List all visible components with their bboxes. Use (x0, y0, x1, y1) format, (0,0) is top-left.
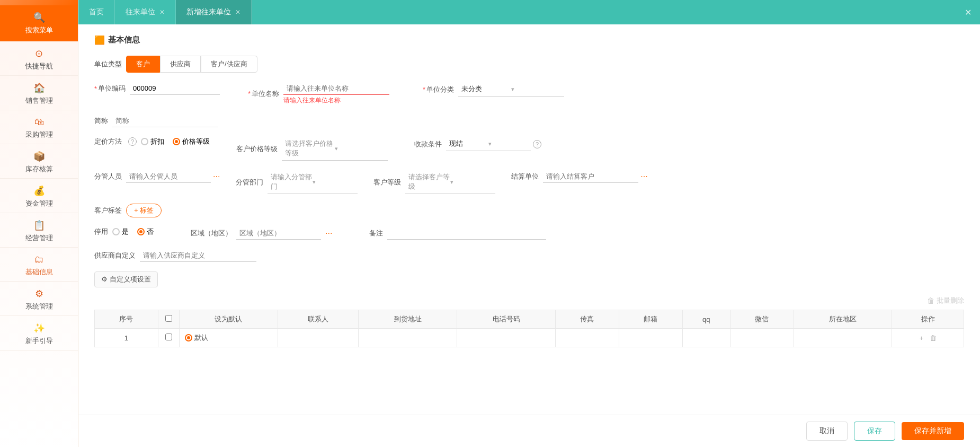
pricing-method-field: 定价方法 ? 折扣 价格等级 (94, 137, 210, 146)
settlement-unit-input[interactable] (543, 170, 638, 183)
unit-name-input-wrapper: 请输入往来单位名称 (283, 82, 389, 105)
unit-name-error: 请输入往来单位名称 (283, 96, 389, 105)
manager-field: 分管人员 ··· (94, 170, 220, 183)
table-header: 序号 设为默认 联系人 到货地址 电话号码 传真 邮箱 qq 微信 所在地区 操… (95, 310, 964, 329)
sidebar-item-quick-nav[interactable]: ⊙ 快捷导航 (0, 41, 78, 76)
manager-more-btn[interactable]: ··· (213, 172, 220, 181)
tab-partners-close[interactable]: ✕ (159, 8, 165, 16)
remark-field: 备注 (369, 227, 546, 240)
row-delete-btn[interactable]: 🗑 (930, 334, 937, 342)
operations-icon: 📋 (33, 220, 45, 231)
sidebar-item-system[interactable]: ⚙ 系统管理 (0, 282, 78, 316)
quick-nav-icon: ⊙ (35, 48, 43, 59)
search-icon: 🔍 (33, 12, 45, 23)
close-all-button[interactable]: ✕ (956, 7, 980, 17)
sidebar-item-basics[interactable]: 🗂 基础信息 (0, 248, 78, 282)
sidebar-item-operations[interactable]: 📋 经营管理 (0, 213, 78, 248)
abbr-input[interactable] (112, 115, 218, 127)
unit-name-field: * 单位名称 请输入往来单位名称 (248, 82, 407, 105)
region-more-btn[interactable]: ··· (325, 229, 332, 238)
main-content: 首页 往来单位 ✕ 新增往来单位 ✕ ✕ 🟧 基本信息 单位类型 客户 供应商 (78, 0, 980, 447)
batch-delete-label[interactable]: 批量删除 (937, 296, 964, 305)
payment-term-value: 现结 (449, 139, 488, 148)
customer-level-placeholder: 请选择客户等级 (408, 172, 450, 191)
disabled-yes[interactable]: 是 (112, 227, 129, 236)
tab-partners[interactable]: 往来单位 ✕ (115, 0, 176, 24)
unit-name-input[interactable] (283, 82, 389, 95)
row-wechat (730, 329, 794, 347)
pricing-row: 定价方法 ? 折扣 价格等级 客户价格等级 (94, 137, 964, 161)
col-qq: qq (682, 310, 730, 329)
type-btn-both[interactable]: 客户/供应商 (201, 56, 257, 73)
customer-level-label: 客户等级 (373, 178, 401, 187)
type-btn-customer[interactable]: 客户 (126, 56, 160, 73)
settlement-unit-more-btn[interactable]: ··· (640, 172, 647, 181)
section-icon: 🟧 (94, 35, 105, 45)
pricing-method-price-level[interactable]: 价格等级 (173, 137, 210, 146)
region-input[interactable] (236, 227, 321, 240)
payment-term-chevron: ▾ (488, 141, 528, 147)
unit-code-field: * 单位编码 (94, 82, 232, 95)
sidebar-new-guide-label: 新手引导 (25, 336, 53, 346)
customer-price-level-select[interactable]: 请选择客户价格等级 ▾ (282, 137, 388, 161)
disabled-radio-group: 是 否 (112, 227, 154, 236)
unit-type-row: 单位类型 客户 供应商 客户/供应商 (94, 56, 964, 73)
sidebar-item-sales[interactable]: 🏠 销售管理 (0, 76, 78, 110)
tab-new-partner[interactable]: 新增往来单位 ✕ (176, 0, 252, 24)
sidebar-system-label: 系统管理 (25, 302, 53, 311)
finance-icon: 💰 (33, 185, 45, 197)
unit-category-select[interactable]: 未分类 ▾ (458, 82, 564, 97)
department-select[interactable]: 请输入分管部门 ▾ (268, 170, 358, 194)
save-button[interactable]: 保存 (854, 422, 895, 441)
col-region: 所在地区 (794, 310, 892, 329)
manager-row: 分管人员 ··· 分管部门 请输入分管部门 ▾ 客户等级 请选择客户等级 ▾ 结… (94, 170, 964, 194)
col-address: 到货地址 (359, 310, 457, 329)
system-icon: ⚙ (35, 288, 43, 300)
select-all-checkbox[interactable] (165, 315, 172, 322)
col-fax: 传真 (556, 310, 619, 329)
sidebar-item-search[interactable]: 🔍 搜索菜单 (0, 5, 78, 41)
unit-name-required: * (248, 90, 251, 98)
row-add-btn[interactable]: + (920, 334, 924, 342)
sidebar-item-inventory[interactable]: 📦 库存核算 (0, 144, 78, 179)
pricing-method-discount[interactable]: 折扣 (141, 137, 164, 146)
sidebar-purchase-label: 采购管理 (25, 130, 53, 139)
tab-new-partner-close[interactable]: ✕ (235, 8, 240, 16)
supplier-custom-field: 供应商自定义 (94, 249, 256, 262)
abbr-field: 简称 (94, 115, 218, 127)
pricing-method-help[interactable]: ? (128, 137, 137, 146)
inventory-icon: 📦 (33, 151, 45, 162)
supplier-custom-input[interactable] (140, 249, 256, 262)
manager-input[interactable] (126, 170, 211, 183)
row-default-radio[interactable]: 默认 (185, 333, 272, 343)
row-fax (556, 329, 619, 347)
sidebar-top-accent (0, 0, 78, 5)
cancel-button[interactable]: 取消 (806, 422, 848, 441)
sales-icon: 🏠 (33, 82, 45, 94)
pricing-discount-radio (141, 138, 148, 145)
payment-term-help[interactable]: ? (533, 140, 541, 148)
remark-input[interactable] (387, 227, 546, 240)
custom-settings-button[interactable]: ⚙ 自定义项设置 (94, 271, 158, 287)
unit-type-field: 单位类型 客户 供应商 客户/供应商 (94, 56, 257, 73)
sidebar-item-purchase[interactable]: 🛍 采购管理 (0, 110, 78, 144)
unit-code-input[interactable] (130, 82, 220, 95)
row-default-label: 默认 (194, 333, 208, 343)
tab-home[interactable]: 首页 (78, 0, 115, 24)
row-checkbox[interactable] (165, 334, 172, 340)
save-new-button[interactable]: 保存并新增 (902, 422, 964, 440)
tab-new-partner-label: 新增往来单位 (186, 7, 231, 17)
payment-term-select[interactable]: 现结 ▾ (446, 137, 531, 151)
customer-level-select[interactable]: 请选择客户等级 ▾ (405, 170, 495, 194)
row-address (359, 329, 457, 347)
disabled-no[interactable]: 否 (137, 227, 154, 236)
sidebar-item-finance[interactable]: 💰 资金管理 (0, 179, 78, 213)
section-title-text: 基本信息 (108, 35, 140, 45)
supplier-custom-row: 供应商自定义 (94, 249, 964, 262)
sidebar-inventory-label: 库存核算 (25, 164, 53, 174)
sidebar-item-new-guide[interactable]: ✨ 新手引导 (0, 316, 78, 350)
disabled-yes-radio (112, 228, 120, 235)
type-btn-supplier[interactable]: 供应商 (160, 56, 201, 73)
col-phone: 电话号码 (457, 310, 556, 329)
add-tag-button[interactable]: + 标签 (126, 204, 162, 217)
